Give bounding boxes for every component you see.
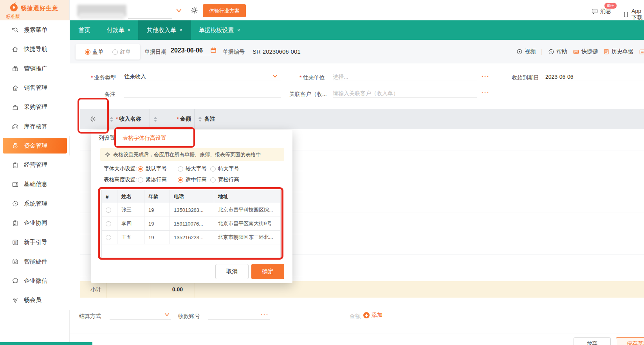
related-customer-input[interactable] [333,89,477,98]
tip-text: 表格设置完成后，会应用在所有单据、账簿、报表等页面的表格中 [113,151,261,158]
tab-close-icon[interactable]: × [179,27,182,33]
blue-order-radio[interactable]: 蓝单 [85,49,104,56]
tab-payment-order[interactable]: 付款单 × [99,20,138,40]
sidebar-item-base-info[interactable]: 基础信息 [0,175,70,194]
sort-icon[interactable] [154,117,157,122]
brand-area: 畅捷通好生意 标准版 [0,0,69,20]
document-toolbar: 蓝单 红单 单据日期 单据编号 SR-20230606-001 视频 | ? 帮… [70,40,644,63]
font-xlarge-option[interactable]: 特大字号 [210,165,239,172]
video-link[interactable]: 视频 [516,48,536,55]
sort-icon[interactable] [198,117,202,122]
table-row: 王五 19 135216223... 北京市朝阳区东三环北... [102,231,280,244]
history-link[interactable]: 历史单据 [603,48,633,55]
sidebar-item-operations-mgmt[interactable]: 经营管理 [0,155,70,175]
sidebar-item-marketing[interactable]: 营销推广 [0,59,70,78]
sidebar-item-newbie-guide[interactable]: 新 新手引导 [0,233,70,252]
preview-table: # 姓名 年龄 电话 地址 张三 19 135013263... 北京市昌平科技… [101,190,281,258]
help-link[interactable]: ? 帮助 [548,48,567,55]
money-bag-icon: ¥ [12,142,19,149]
font-size-label: 字体大小设置: [104,165,137,172]
height-loose-option[interactable]: 宽松行高 [210,176,239,183]
account-picker-ellipsis[interactable]: ··· [261,311,269,318]
due-date-input[interactable] [545,73,644,81]
sidebar-item-wecom[interactable]: 企业微信 [0,271,70,291]
sidebar-item-search-menu[interactable]: 搜索菜单 [0,20,70,40]
sidebar-item-member[interactable]: 畅会员 [0,291,70,310]
tab-other-income[interactable]: 其他收入单 × [138,20,191,40]
partner-input[interactable] [333,73,477,81]
sidebar-item-label: 智能硬件 [24,258,47,266]
partner-picker-ellipsis[interactable]: ··· [482,73,490,79]
id-card-icon [12,181,19,188]
confirm-button[interactable]: 确定 [251,264,284,279]
clipped-edge-icon[interactable] [639,49,644,55]
app-download-link[interactable]: App下载 [622,8,644,21]
document-tabbar: 首页 付款单 × 其他收入单 × 单据模板设置 × [70,20,644,40]
chevron-down-icon[interactable] [176,9,182,13]
sidebar-item-inventory-accounting[interactable]: 库存核算 [0,117,70,136]
hotkey-link[interactable]: 快捷键 [573,48,598,55]
biz-type-input[interactable] [124,73,281,81]
add-settlement-button[interactable]: 添加 [363,312,382,319]
cell-phone: 135216223... [170,231,214,244]
chevron-down-icon[interactable] [272,74,278,78]
remark-input[interactable] [124,89,281,98]
divider: | [541,49,543,55]
income-name-column-header[interactable]: * 收入名称 [106,109,150,129]
header-cell: # [102,190,117,203]
doc-date-input[interactable] [171,46,211,55]
save-draft-button[interactable]: 保存草稿 [616,337,644,345]
tab-column-settings[interactable]: 列设置 [99,135,115,142]
font-large-option[interactable]: 较大字号 [178,165,207,172]
system-loader-icon [12,200,19,207]
active-tab-underline [123,146,164,147]
blue-order-label: 蓝单 [93,49,104,56]
table-gear-icon[interactable] [90,116,96,122]
row-radio[interactable] [106,235,111,240]
tab-template-settings[interactable]: 单据模板设置 × [191,20,248,40]
row-radio[interactable] [106,208,111,213]
sidebar-item-sales-mgmt[interactable]: $ 销售管理 [0,78,70,98]
amount-column-header[interactable]: * 金额 [150,109,195,129]
sidebar-item-quick-nav[interactable]: 快捷导航 [0,40,70,59]
height-compact-option[interactable]: 紧凑行高 [138,176,167,183]
tab-close-icon[interactable]: × [237,27,240,33]
calendar-icon[interactable] [210,47,217,54]
cell-age: 19 [144,231,170,244]
home-icon [12,46,19,53]
sidebar-item-enterprise-collab[interactable]: 企业协同 [0,213,70,233]
cancel-button[interactable]: 取消 [215,264,249,279]
red-order-radio[interactable]: 红单 [112,49,131,56]
font-default-option[interactable]: 默认字号 [138,165,167,172]
industry-solution-button[interactable]: 体验行业方案 [203,4,246,17]
settle-method-input[interactable] [110,311,171,320]
required-mark: * [177,116,179,122]
height-medium-option[interactable]: 适中行高 [178,176,207,183]
sidebar-item-funds-mgmt[interactable]: ¥ 资金管理 [3,138,67,154]
gear-icon[interactable] [190,6,198,14]
sort-icon[interactable] [110,117,113,122]
related-picker-ellipsis[interactable]: ··· [482,89,490,96]
sidebar-item-smart-hardware[interactable]: 智能硬件 [0,252,70,271]
search-icon [12,27,19,34]
video-label: 视频 [525,48,536,55]
column-settings-cell[interactable] [80,109,106,129]
brand-name: 畅捷通好生意 [21,5,58,12]
row-radio[interactable] [106,221,111,226]
tab-home[interactable]: 首页 [70,20,99,40]
add-label: 添加 [372,312,382,319]
tab-font-row-height-settings[interactable]: 表格字体行高设置 [123,135,166,142]
discard-button[interactable]: 放弃 [574,337,611,345]
chevron-down-icon[interactable] [164,313,170,316]
divider [106,281,106,298]
sidebar-item-system-mgmt[interactable]: 系统管理 [0,194,70,213]
tab-close-icon[interactable]: × [127,27,130,33]
table-row: 张三 19 135013263... 北京市昌平科技园区综... [102,203,280,217]
tab-label: 其他收入单 [147,27,176,34]
cell-age: 19 [144,203,170,217]
sidebar-item-purchase-mgmt[interactable]: 采购管理 [0,98,70,117]
svg-text:$: $ [14,87,16,90]
remark-column-header[interactable]: 备注 [195,109,644,129]
sidebar-item-label: 基础信息 [24,181,47,188]
partner-label: 往来单位 [303,74,325,81]
